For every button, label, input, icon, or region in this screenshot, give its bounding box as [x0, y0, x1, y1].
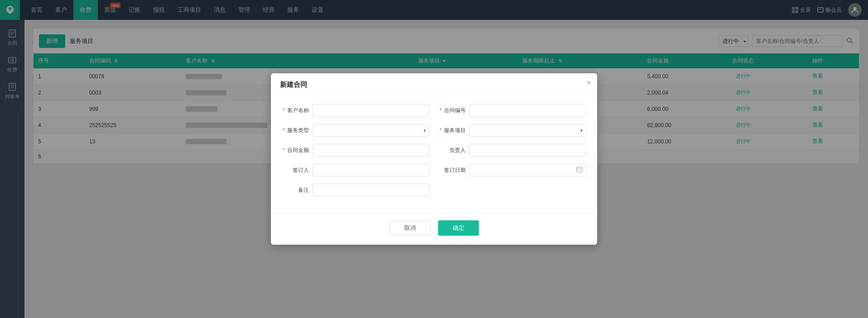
confirm-button[interactable]: 确定 [438, 220, 479, 236]
form-group-service-item: * 服务项目 [439, 124, 586, 137]
modal-title: 新建合同 [280, 81, 307, 88]
form-row-4: 签订人 签订日期 2023-06-06 [282, 164, 586, 176]
service-type-select-wrap [313, 124, 429, 137]
responsible-input[interactable] [469, 144, 586, 157]
form-row-1: * 客户名称 * 合同编号 [282, 104, 586, 117]
signer-input[interactable] [313, 164, 429, 176]
sign-date-label: 签订日期 [439, 166, 466, 174]
amount-input[interactable]: 0.00 [313, 144, 429, 157]
service-type-label: * 服务类型 [282, 127, 309, 134]
required-star-3: * [283, 127, 285, 133]
form-row-2: * 服务类型 * 服务项目 [282, 124, 586, 137]
sign-date-input[interactable]: 2023-06-06 [469, 164, 586, 176]
form-group-sign-date: 签订日期 2023-06-06 [439, 164, 586, 176]
svg-rect-20 [577, 167, 582, 172]
responsible-label: 负责人 [439, 147, 466, 154]
form-row-5: 备注 [282, 184, 586, 196]
form-group-signer: 签订人 [282, 164, 429, 176]
client-name-input[interactable] [313, 104, 429, 117]
service-item-label: * 服务项目 [439, 127, 466, 134]
modal-body: * 客户名称 * 合同编号 * [271, 95, 597, 213]
required-star-2: * [439, 107, 442, 114]
contract-no-label: * 合同编号 [439, 107, 466, 114]
service-item-select-wrap [469, 124, 586, 137]
service-type-select[interactable] [313, 124, 429, 137]
required-star-5: * [283, 147, 285, 153]
modal-overlay: 新建合同 × * 客户名称 * 合同编号 [0, 0, 868, 318]
form-group-service-type: * 服务类型 [282, 124, 429, 137]
signer-label: 签订人 [282, 166, 309, 174]
sign-date-wrap: 2023-06-06 [469, 164, 586, 176]
required-star-4: * [439, 127, 442, 133]
modal-footer: 取消 确定 [271, 213, 597, 245]
client-name-label: * 客户名称 [282, 107, 309, 114]
form-group-client-name: * 客户名称 [282, 104, 429, 117]
new-contract-modal: 新建合同 × * 客户名称 * 合同编号 [271, 73, 597, 245]
form-group-responsible: 负责人 [439, 144, 586, 157]
remarks-input[interactable] [313, 184, 429, 196]
form-group-contract-no: * 合同编号 [439, 104, 586, 117]
modal-header: 新建合同 × [271, 73, 597, 95]
form-group-amount: * 合同金额 0.00 [282, 144, 429, 157]
service-item-select[interactable] [469, 124, 586, 137]
cancel-button[interactable]: 取消 [389, 220, 431, 236]
remarks-label: 备注 [282, 186, 309, 194]
modal-close-button[interactable]: × [587, 79, 591, 87]
required-star-1: * [283, 107, 285, 114]
amount-label: * 合同金额 [282, 147, 309, 154]
form-row-3: * 合同金额 0.00 负责人 [282, 144, 586, 157]
calendar-icon[interactable] [576, 166, 583, 174]
form-group-remarks: 备注 [282, 184, 429, 196]
contract-no-input[interactable] [469, 104, 586, 117]
